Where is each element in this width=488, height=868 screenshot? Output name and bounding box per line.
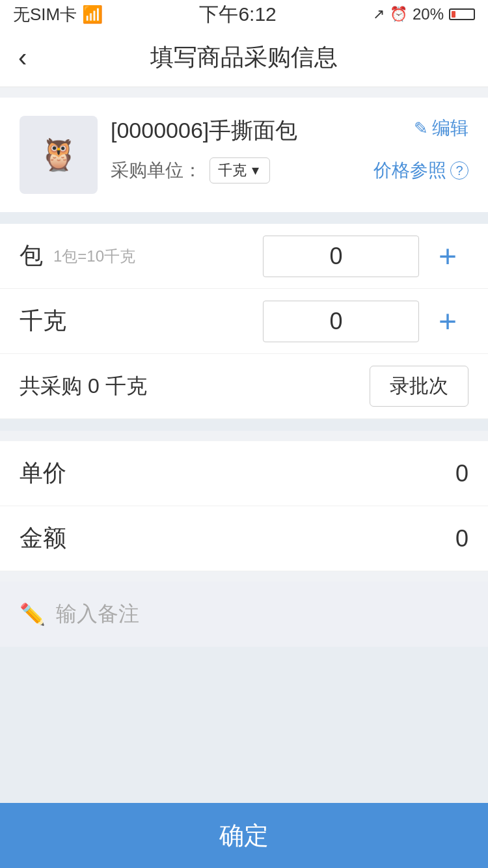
status-right: ↗ ⏰ 20% <box>373 5 475 23</box>
carrier-label: 无SIM卡 <box>13 3 77 26</box>
battery-icon <box>449 8 475 20</box>
separator-2 <box>0 419 488 431</box>
summary-unit: 千克 <box>105 374 147 398</box>
location-icon: ↗ <box>373 6 385 23</box>
price-ref-label: 价格参照 <box>373 158 446 183</box>
summary-row: 共采购 0 千克 录批次 <box>0 354 488 419</box>
kg-label: 千克 <box>20 305 66 337</box>
product-unit-row: 采购单位： 千克 ▾ 价格参照 ? <box>111 157 468 183</box>
wifi-icon: 📶 <box>82 5 103 25</box>
edit-icon: ✎ <box>414 118 428 139</box>
separator-1 <box>0 212 488 224</box>
amount-row: 金额 0 <box>0 506 488 571</box>
confirm-button[interactable]: 确定 <box>0 803 488 868</box>
status-left: 无SIM卡 📶 <box>13 3 103 26</box>
note-section[interactable]: ✏️ 输入备注 <box>0 582 488 647</box>
page-title: 填写商品采购信息 <box>150 42 338 74</box>
price-section: 单价 0 金额 0 <box>0 441 488 571</box>
product-info: [0000006]手撕面包 ✎ 编辑 采购单位： 千克 ▾ 价格参照 ? <box>111 116 468 183</box>
amount-label: 金额 <box>20 522 66 554</box>
product-logo: 🦉 <box>39 137 78 173</box>
unit-price-row: 单价 0 <box>0 441 488 506</box>
batch-button[interactable]: 录批次 <box>370 366 468 407</box>
empty-area <box>0 647 488 829</box>
unit-value: 千克 <box>218 161 247 180</box>
bag-input[interactable] <box>263 236 419 277</box>
back-button[interactable]: ‹ <box>18 43 27 72</box>
nav-bar: ‹ 填写商品采购信息 <box>0 29 488 87</box>
amount-value: 0 <box>455 525 468 552</box>
time-label: 下午6:12 <box>199 1 276 28</box>
battery-percent: 20% <box>413 5 444 23</box>
dropdown-icon: ▾ <box>252 162 259 179</box>
product-header: [0000006]手撕面包 ✎ 编辑 <box>111 116 468 146</box>
unit-left: 采购单位： 千克 ▾ <box>111 157 270 183</box>
unit-select-button[interactable]: 千克 ▾ <box>210 157 270 183</box>
kg-plus-button[interactable]: + <box>427 301 468 342</box>
edit-label: 编辑 <box>432 116 468 141</box>
bag-plus-button[interactable]: + <box>427 236 468 277</box>
price-ref-button[interactable]: 价格参照 ? <box>373 158 468 183</box>
unit-price-value: 0 <box>455 460 468 487</box>
product-image: 🦉 <box>20 116 98 194</box>
product-card: 🦉 [0000006]手撕面包 ✎ 编辑 采购单位： 千克 ▾ 价格参照 ? <box>0 98 488 212</box>
unit-price-label: 单价 <box>20 457 66 489</box>
help-icon: ? <box>450 161 468 180</box>
note-placeholder: 输入备注 <box>56 600 139 629</box>
kg-input[interactable] <box>263 301 419 342</box>
bag-label: 包 <box>20 240 43 272</box>
bag-sublabel: 1包=10千克 <box>53 246 135 267</box>
unit-prefix-label: 采购单位： <box>111 158 202 183</box>
form-section: 包 1包=10千克 + 千克 + 共采购 0 千克 录批次 <box>0 224 488 419</box>
status-bar: 无SIM卡 📶 下午6:12 ↗ ⏰ 20% <box>0 0 488 29</box>
bag-row: 包 1包=10千克 + <box>0 224 488 289</box>
summary-amount: 0 <box>88 374 105 398</box>
summary-text: 共采购 0 千克 <box>20 372 147 401</box>
kg-input-wrapper: + <box>77 301 468 342</box>
summary-label: 共采购 <box>20 374 88 398</box>
kg-row: 千克 + <box>0 289 488 354</box>
product-name: [0000006]手撕面包 <box>111 116 297 146</box>
edit-button[interactable]: ✎ 编辑 <box>414 116 468 141</box>
bag-input-wrapper: + <box>146 236 468 277</box>
pencil-icon: ✏️ <box>20 602 46 627</box>
alarm-icon: ⏰ <box>390 6 407 23</box>
